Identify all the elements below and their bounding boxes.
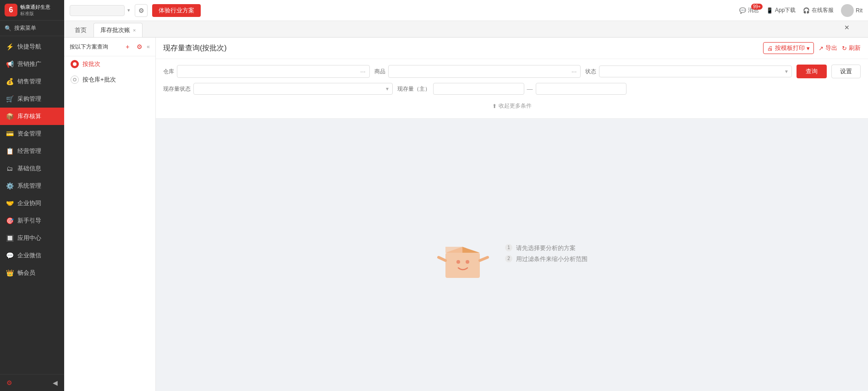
empty-hint-1: 1 请先选择要分析的方案 (505, 244, 588, 252)
print-icon: 🖨 (767, 45, 773, 52)
apps-icon: 🔲 (5, 234, 14, 242)
stock-qty-filter-group: 现存量（主） — (397, 83, 627, 95)
stock-qty-label: 现存量（主） (397, 85, 430, 93)
filter-row-1: 仓库 ··· 商品 ··· 状态 (163, 65, 861, 78)
print-dropdown-icon[interactable]: ▾ (807, 45, 810, 52)
scheme-item-warehouse-batch[interactable]: 按仓库+批次 (64, 72, 155, 87)
sidebar-item-sales[interactable]: 💰 销售管理 (0, 73, 64, 90)
refresh-button[interactable]: ↻ 刷新 (842, 44, 861, 52)
sidebar-item-basic[interactable]: 🗂 基础信息 (0, 160, 64, 177)
hint1-num: 1 (505, 244, 512, 251)
export-button[interactable]: ↗ 导出 (819, 44, 837, 52)
stock-qty-dash: — (527, 86, 533, 92)
status-label: 状态 (585, 68, 596, 76)
sidebar-item-finance[interactable]: 💳 资金管理 (0, 125, 64, 142)
product-more-icon[interactable]: ··· (571, 68, 577, 75)
inventory-icon: 📦 (5, 112, 14, 120)
sidebar: 6 畅康通好生意 标准版 🔍 搜索菜单 ⚡ 快捷导航 📢 营销推广 💰 销售管理… (0, 0, 64, 391)
topbar: ▾ ⚙ 体验行业方案 💬 消息 99+ 📱 App下载 🎧 在线客服 Rit (64, 0, 868, 21)
add-scheme-button[interactable]: + (123, 42, 132, 51)
sidebar-item-enterprise[interactable]: 🤝 企业协同 (0, 195, 64, 212)
status-filter-group: 状态 ▾ (585, 65, 792, 77)
tabbar: 首页 库存批次账 × ✕ (64, 21, 868, 38)
product-filter-group: 商品 ··· (374, 65, 581, 78)
topbar-settings-button[interactable]: ⚙ (135, 4, 148, 17)
stock-status-filter-group: 现存量状态 ▾ (163, 83, 393, 95)
tab-inventory-batch[interactable]: 库存批次账 × (93, 23, 143, 37)
stock-qty-min-input[interactable] (433, 83, 524, 95)
sidebar-item-member[interactable]: 👑 畅会员 (0, 264, 64, 282)
tab-close-button[interactable]: × (133, 27, 136, 33)
right-panel: 现存量查询(按批次) 🖨 按模板打印 ▾ ↗ 导出 ↻ 刷新 (156, 38, 868, 391)
sidebar-item-system[interactable]: ⚙️ 系统管理 (0, 177, 64, 195)
filter-settings-button[interactable]: 设置 (831, 65, 861, 78)
user-avatar (841, 4, 854, 17)
operation-icon: 📋 (5, 147, 14, 155)
stock-status-chevron-icon: ▾ (386, 86, 389, 92)
print-button[interactable]: 🖨 按模板打印 ▾ (763, 42, 814, 54)
user-name: Rit (856, 7, 863, 14)
guide-icon: 🎯 (5, 217, 14, 225)
app-download-button[interactable]: 📱 App下载 (766, 6, 796, 14)
warehouse-input[interactable]: ··· (177, 65, 370, 78)
tab-home[interactable]: 首页 (68, 23, 93, 37)
hint1-text: 请先选择要分析的方案 (516, 244, 576, 252)
svg-point-4 (466, 260, 469, 264)
status-select[interactable]: ▾ (599, 65, 792, 77)
left-panel-header: 按以下方案查询 + ⚙ « (64, 38, 155, 56)
collapse-more-button[interactable]: ⬆ 收起更多条件 (163, 99, 861, 113)
sidebar-item-guide[interactable]: 🎯 新手引导 (0, 212, 64, 229)
stock-status-label: 现存量状态 (163, 85, 191, 93)
content-area: 按以下方案查询 + ⚙ « 按批次 按仓库+批次 (64, 38, 868, 391)
svg-point-1 (73, 78, 76, 81)
quick-nav-icon: ⚡ (5, 43, 14, 51)
message-badge: 99+ (751, 4, 763, 10)
left-panel-collapse-button[interactable]: « (147, 43, 150, 50)
scheme-settings-button[interactable]: ⚙ (135, 42, 144, 51)
hint2-num: 2 (505, 255, 512, 262)
sidebar-collapse-icon[interactable]: ◀ (50, 378, 60, 387)
filter-row-2: 现存量状态 ▾ 现存量（主） — (163, 83, 861, 95)
service-icon: 🎧 (803, 7, 810, 14)
sidebar-search[interactable]: 🔍 搜索菜单 (0, 21, 64, 36)
sidebar-item-apps[interactable]: 🔲 应用中心 (0, 229, 64, 247)
scheme-warehouse-batch-icon (71, 76, 79, 84)
finance-icon: 💳 (5, 130, 14, 138)
stock-qty-range: — (433, 83, 627, 95)
warehouse-more-icon[interactable]: ··· (360, 68, 366, 75)
online-service-button[interactable]: 🎧 在线客服 (803, 6, 834, 14)
marketing-icon: 📢 (5, 60, 14, 68)
filter-area: 仓库 ··· 商品 ··· 状态 (156, 59, 868, 119)
topbar-dropdown-icon[interactable]: ▾ (127, 7, 130, 13)
user-info[interactable]: Rit (841, 4, 863, 17)
left-panel: 按以下方案查询 + ⚙ « 按批次 按仓库+批次 (64, 38, 156, 391)
stock-status-select[interactable]: ▾ (193, 83, 393, 95)
product-input[interactable]: ··· (388, 65, 581, 78)
stock-qty-max-input[interactable] (536, 83, 627, 95)
empty-hints: 1 请先选择要分析的方案 2 用过滤条件来缩小分析范围 (505, 244, 588, 266)
topbar-search-area: ▾ (70, 5, 130, 16)
wechat-icon: 💬 (5, 251, 14, 260)
scheme-item-batch[interactable]: 按批次 (64, 56, 155, 72)
sidebar-item-quick-nav[interactable]: ⚡ 快捷导航 (0, 38, 64, 55)
sidebar-item-inventory[interactable]: 📦 库存核算 (0, 108, 64, 125)
tabbar-global-close-button[interactable]: ✕ (844, 24, 850, 31)
basic-icon: 🗂 (5, 164, 14, 173)
sidebar-item-purchase[interactable]: 🛒 采购管理 (0, 90, 64, 108)
collapse-up-icon: ⬆ (492, 103, 497, 109)
member-icon: 👑 (5, 269, 14, 277)
product-label: 商品 (374, 68, 385, 76)
sidebar-item-marketing[interactable]: 📢 营销推广 (0, 55, 64, 73)
enterprise-icon: 🤝 (5, 199, 14, 207)
system-icon: ⚙️ (5, 182, 14, 190)
sidebar-settings-icon[interactable]: ⚙ (5, 378, 14, 387)
sidebar-item-operation[interactable]: 📋 经营管理 (0, 142, 64, 160)
sidebar-item-wechat[interactable]: 💬 企业微信 (0, 247, 64, 264)
phone-icon: 📱 (766, 7, 773, 14)
topbar-search-input[interactable] (70, 5, 125, 16)
page-title: 现存量查询(按批次) (163, 43, 227, 53)
app-title: 畅康通好生意 标准版 (20, 4, 50, 16)
trial-button[interactable]: 体验行业方案 (152, 4, 201, 17)
message-button[interactable]: 💬 消息 99+ (739, 6, 759, 14)
query-button[interactable]: 查询 (797, 65, 827, 78)
